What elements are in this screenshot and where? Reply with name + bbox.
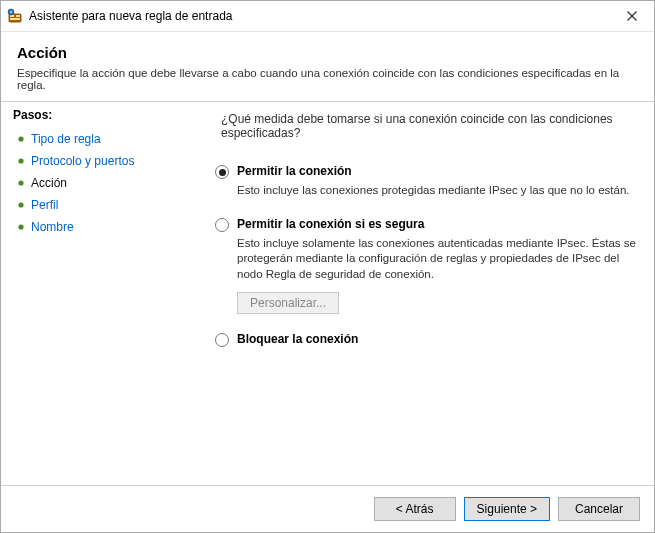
page-title: Acción <box>17 44 638 61</box>
bullet-icon <box>13 179 29 187</box>
option-allow-secure-label: Permitir la conexión si es segura <box>237 217 424 231</box>
radio-allow-row[interactable]: Permitir la conexión <box>215 164 636 179</box>
step-nombre[interactable]: Nombre <box>13 216 167 238</box>
svg-rect-2 <box>16 15 20 17</box>
next-button[interactable]: Siguiente > <box>464 497 550 521</box>
option-block: Bloquear la conexión <box>215 332 636 347</box>
option-block-label: Bloquear la conexión <box>237 332 358 346</box>
option-allow: Permitir la conexión Esto incluye las co… <box>215 164 636 199</box>
steps-title: Pasos: <box>13 108 167 122</box>
step-accion[interactable]: Acción <box>13 172 167 194</box>
svg-rect-3 <box>10 18 20 20</box>
wizard-window: Asistente para nueva regla de entrada Ac… <box>0 0 655 533</box>
bullet-icon <box>13 223 29 231</box>
app-icon <box>1 8 29 24</box>
radio-allow-secure-row[interactable]: Permitir la conexión si es segura <box>215 217 636 232</box>
svg-point-11 <box>18 202 23 207</box>
radio-allow-secure[interactable] <box>215 218 229 232</box>
option-allow-secure: Permitir la conexión si es segura Esto i… <box>215 217 636 315</box>
step-protocolo-y-puertos[interactable]: Protocolo y puertos <box>13 150 167 172</box>
customize-button: Personalizar... <box>237 292 339 314</box>
bullet-icon <box>13 201 29 209</box>
svg-point-8 <box>18 136 23 141</box>
page-subtitle: Especifique la acción que debe llevarse … <box>17 67 638 91</box>
close-button[interactable] <box>609 1 654 31</box>
wizard-footer: < Atrás Siguiente > Cancelar <box>1 485 654 532</box>
close-icon <box>627 11 637 21</box>
svg-point-10 <box>18 180 23 185</box>
steps-sidebar: Pasos: Tipo de regla Protocolo y puertos… <box>1 102 179 485</box>
svg-point-5 <box>10 11 12 13</box>
option-allow-label: Permitir la conexión <box>237 164 352 178</box>
option-allow-secure-desc: Esto incluye solamente las conexiones au… <box>237 236 636 283</box>
step-label: Nombre <box>31 220 74 234</box>
svg-rect-1 <box>10 15 14 17</box>
titlebar: Asistente para nueva regla de entrada <box>1 1 654 32</box>
back-button[interactable]: < Atrás <box>374 497 456 521</box>
window-title: Asistente para nueva regla de entrada <box>29 9 609 23</box>
page-header: Acción Especifique la acción que debe ll… <box>1 32 654 102</box>
step-tipo-de-regla[interactable]: Tipo de regla <box>13 128 167 150</box>
radio-block-row[interactable]: Bloquear la conexión <box>215 332 636 347</box>
intro-text: ¿Qué medida debe tomarse si una conexión… <box>221 112 636 140</box>
radio-allow[interactable] <box>215 165 229 179</box>
wizard-body: Pasos: Tipo de regla Protocolo y puertos… <box>1 102 654 485</box>
bullet-icon <box>13 157 29 165</box>
step-label: Acción <box>31 176 67 190</box>
svg-point-9 <box>18 158 23 163</box>
svg-point-12 <box>18 224 23 229</box>
radio-block[interactable] <box>215 333 229 347</box>
cancel-button[interactable]: Cancelar <box>558 497 640 521</box>
step-label: Tipo de regla <box>31 132 101 146</box>
option-allow-desc: Esto incluye las conexiones protegidas m… <box>237 183 636 199</box>
content-panel: ¿Qué medida debe tomarse si una conexión… <box>179 102 654 485</box>
bullet-icon <box>13 135 29 143</box>
step-label: Perfil <box>31 198 58 212</box>
step-perfil[interactable]: Perfil <box>13 194 167 216</box>
step-label: Protocolo y puertos <box>31 154 134 168</box>
